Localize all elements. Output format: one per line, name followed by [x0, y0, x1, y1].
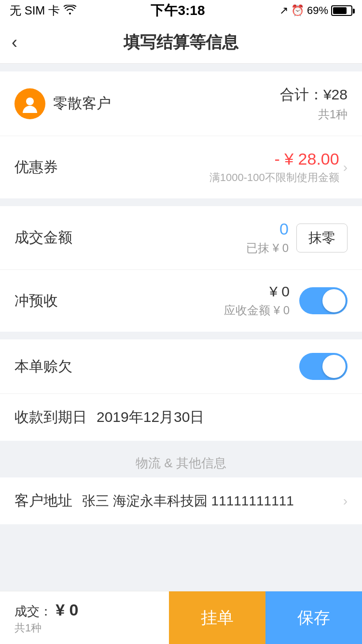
bottom-info: 成交： ¥ 0 共1种: [0, 601, 169, 635]
nav-title: 填写结算等信息: [124, 31, 238, 54]
due-date-value: 2019年12月30日: [97, 407, 204, 427]
deal-amount-values: 0 已抹 ¥ 0: [246, 220, 289, 256]
coupon-row[interactable]: 优惠券 - ¥ 28.00 满1000-100不限制使用金额 ›: [0, 136, 362, 198]
carrier-text: 无 SIM 卡: [10, 3, 60, 18]
status-time: 下午3:18: [151, 1, 205, 20]
nav-bar: ‹ 填写结算等信息: [0, 21, 362, 64]
pending-button[interactable]: 挂单: [169, 591, 265, 644]
address-row[interactable]: 客户地址 张三 海淀永丰科技园 11111111111 ›: [0, 477, 362, 524]
deal-amount-row: 成交金额 0 已抹 ¥ 0 抹零: [0, 206, 362, 270]
pre-collect-row: 冲预收 ¥ 0 应收金额 ¥ 0: [0, 270, 362, 332]
bottom-bar: 成交： ¥ 0 共1种 挂单 保存: [0, 591, 362, 644]
location-icon: ↗: [279, 4, 288, 17]
coupon-discount: - ¥ 28.00: [209, 150, 339, 168]
deal-amount-sub: 已抹 ¥ 0: [246, 240, 289, 256]
deal-amount-value: 0: [246, 220, 289, 238]
coupon-right: - ¥ 28.00 满1000-100不限制使用金额 ›: [209, 150, 348, 185]
total-amount: 合计：¥28: [280, 85, 348, 105]
battery-icon: [331, 5, 352, 16]
customer-card: 零散客户 合计：¥28 共1种 优惠券 - ¥ 28.00 满1000-100不…: [0, 71, 362, 198]
coupon-desc: 满1000-100不限制使用金额: [209, 170, 339, 185]
address-value: 张三 海淀永丰科技园 11111111111: [82, 492, 343, 510]
total-count: 共1种: [280, 107, 348, 122]
address-label: 客户地址: [14, 491, 72, 511]
deal-amount-label: 成交金额: [14, 228, 72, 248]
pre-collect-values: ¥ 0 应收金额 ¥ 0: [224, 283, 290, 318]
save-button[interactable]: 保存: [265, 591, 362, 644]
customer-name: 零散客户: [53, 94, 111, 113]
coupon-chevron-icon: ›: [343, 160, 348, 175]
customer-avatar: [14, 88, 45, 119]
debt-card: 本单赊欠 收款到期日 2019年12月30日: [0, 339, 362, 441]
pre-collect-right: ¥ 0 应收金额 ¥ 0: [224, 283, 348, 318]
pre-collect-toggle[interactable]: [299, 287, 348, 314]
content: 零散客户 合计：¥28 共1种 优惠券 - ¥ 28.00 满1000-100不…: [0, 64, 362, 590]
debt-label: 本单赊欠: [14, 357, 72, 377]
round-off-button[interactable]: 抹零: [296, 224, 348, 252]
customer-left: 零散客户: [14, 88, 111, 119]
deal-section: 成交金额 0 已抹 ¥ 0 抹零 冲预收 ¥ 0 应收金额 ¥ 0: [0, 206, 362, 332]
status-left: 无 SIM 卡: [10, 3, 76, 18]
pre-collect-sub: 应收金额 ¥ 0: [224, 303, 290, 318]
bottom-deal-label: 成交：: [14, 604, 52, 618]
address-card[interactable]: 客户地址 张三 海淀永丰科技园 11111111111 ›: [0, 477, 362, 524]
status-bar: 无 SIM 卡 下午3:18 ↗ ⏰ 69%: [0, 0, 362, 21]
coupon-info: - ¥ 28.00 满1000-100不限制使用金额: [209, 150, 339, 185]
pre-collect-amount: ¥ 0: [269, 283, 290, 300]
debt-toggle-knob: [322, 355, 346, 378]
debt-toggle[interactable]: [299, 353, 348, 380]
debt-row: 本单赊欠: [0, 339, 362, 393]
alarm-icon: ⏰: [291, 4, 304, 17]
wifi-icon: [64, 4, 76, 17]
bottom-buttons: 挂单 保存: [169, 591, 362, 644]
bottom-deal-amount: ¥ 0: [56, 601, 78, 619]
due-date-label: 收款到期日: [14, 407, 87, 427]
logistics-label: 物流 & 其他信息: [136, 455, 226, 472]
toggle-knob: [322, 289, 346, 312]
address-chevron-icon: ›: [343, 493, 348, 509]
logistics-divider: 物流 & 其他信息: [0, 448, 362, 477]
deal-amount-right: 0 已抹 ¥ 0 抹零: [246, 220, 348, 256]
pre-collect-label: 冲预收: [14, 291, 58, 311]
bottom-count: 共1种: [14, 621, 154, 635]
svg-point-0: [26, 98, 34, 105]
status-right: ↗ ⏰ 69%: [279, 4, 352, 17]
due-date-row: 收款到期日 2019年12月30日: [0, 393, 362, 441]
customer-total: 合计：¥28 共1种: [280, 85, 348, 122]
coupon-label: 优惠券: [14, 157, 58, 177]
battery-percent: 69%: [307, 4, 328, 17]
back-button[interactable]: ‹: [12, 32, 17, 53]
bottom-deal-row: 成交： ¥ 0: [14, 601, 154, 620]
customer-row: 零散客户 合计：¥28 共1种: [0, 71, 362, 136]
